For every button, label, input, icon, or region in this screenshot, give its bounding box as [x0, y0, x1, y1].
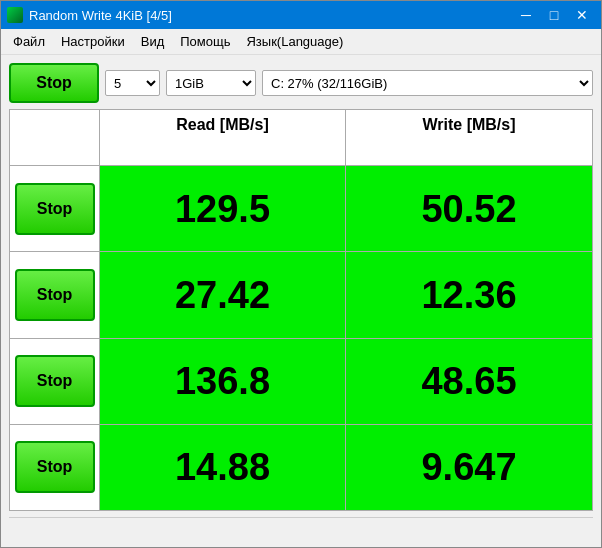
- menu-settings[interactable]: Настройки: [53, 31, 133, 52]
- menu-language[interactable]: Язык(Language): [238, 31, 351, 52]
- menu-file[interactable]: Файл: [5, 31, 53, 52]
- write-value-text-4: 9.647: [421, 448, 516, 486]
- write-value-2: 12.36: [346, 252, 592, 338]
- title-bar-left: Random Write 4KiB [4/5]: [7, 7, 172, 23]
- stop-button-4[interactable]: Stop: [15, 441, 95, 493]
- write-value-text-3: 48.65: [421, 362, 516, 400]
- read-value-1: 129.5: [100, 166, 346, 252]
- header-empty-cell: [10, 110, 100, 166]
- title-bar: Random Write 4KiB [4/5] ─ □ ✕: [1, 1, 601, 29]
- stop-button-1[interactable]: Stop: [15, 183, 95, 235]
- stop-button-3[interactable]: Stop: [15, 355, 95, 407]
- read-value-4: 14.88: [100, 425, 346, 510]
- read-value-text-4: 14.88: [175, 448, 270, 486]
- drive-select[interactable]: C: 27% (32/116GiB): [262, 70, 593, 96]
- write-value-text-1: 50.52: [421, 190, 516, 228]
- maximize-button[interactable]: □: [541, 5, 567, 25]
- app-icon: [7, 7, 23, 23]
- status-bar: [9, 517, 593, 539]
- stop-btn-cell-2: Stop: [10, 252, 100, 338]
- read-value-text-3: 136.8: [175, 362, 270, 400]
- stop-btn-cell-4: Stop: [10, 425, 100, 510]
- size-select[interactable]: 1GiB: [166, 70, 256, 96]
- main-stop-button[interactable]: Stop: [9, 63, 99, 103]
- write-value-4: 9.647: [346, 425, 592, 510]
- content-area: Stop 5 1GiB C: 27% (32/116GiB) Read [MB/…: [1, 55, 601, 547]
- read-value-text-1: 129.5: [175, 190, 270, 228]
- menu-help[interactable]: Помощь: [172, 31, 238, 52]
- write-value-3: 48.65: [346, 339, 592, 425]
- read-value-text-2: 27.42: [175, 276, 270, 314]
- read-value-3: 136.8: [100, 339, 346, 425]
- window-title: Random Write 4KiB [4/5]: [29, 8, 172, 23]
- main-window: Random Write 4KiB [4/5] ─ □ ✕ Файл Настр…: [0, 0, 602, 548]
- read-value-2: 27.42: [100, 252, 346, 338]
- menu-bar: Файл Настройки Вид Помощь Язык(Language): [1, 29, 601, 55]
- stop-btn-cell-1: Stop: [10, 166, 100, 252]
- toolbar: Stop 5 1GiB C: 27% (32/116GiB): [9, 63, 593, 103]
- minimize-button[interactable]: ─: [513, 5, 539, 25]
- write-value-text-2: 12.36: [421, 276, 516, 314]
- title-bar-controls: ─ □ ✕: [513, 5, 595, 25]
- count-select[interactable]: 5: [105, 70, 160, 96]
- data-grid: Read [MB/s] Write [MB/s] Stop 129.5 50.5…: [9, 109, 593, 511]
- write-header: Write [MB/s]: [346, 110, 592, 166]
- menu-view[interactable]: Вид: [133, 31, 173, 52]
- read-header: Read [MB/s]: [100, 110, 346, 166]
- close-button[interactable]: ✕: [569, 5, 595, 25]
- write-value-1: 50.52: [346, 166, 592, 252]
- stop-btn-cell-3: Stop: [10, 339, 100, 425]
- stop-button-2[interactable]: Stop: [15, 269, 95, 321]
